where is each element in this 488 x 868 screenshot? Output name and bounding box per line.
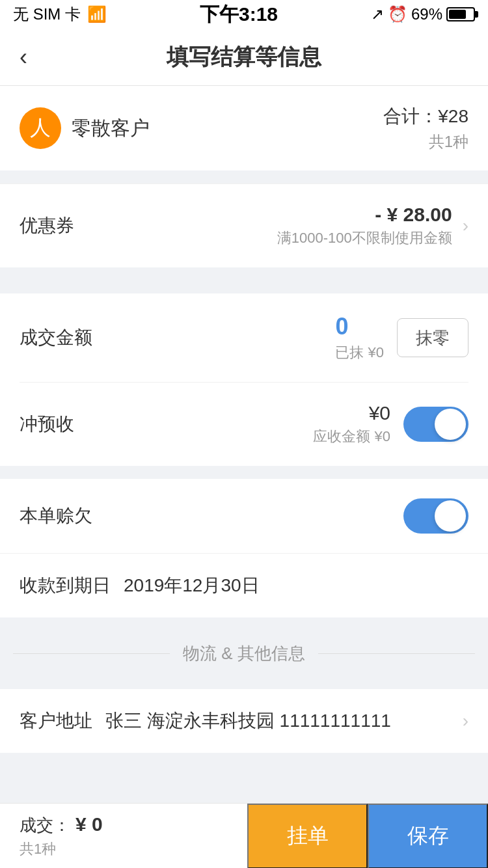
due-date-label: 收款到期日 xyxy=(20,573,111,598)
coupon-chevron-icon: › xyxy=(463,215,468,236)
section-divider-4 xyxy=(0,676,488,689)
round-zero-button[interactable]: 抹零 xyxy=(397,318,468,357)
address-chevron-icon: › xyxy=(463,711,468,731)
coupon-amount: - ¥ 28.00 xyxy=(277,204,452,226)
nav-bar: ‹ 填写结算等信息 xyxy=(0,29,488,86)
due-date-row: 收款到期日 2019年12月30日 xyxy=(0,553,488,617)
avatar-icon: 人 xyxy=(30,114,51,142)
credit-row: 本单赊欠 xyxy=(0,479,488,553)
wifi-signal-icon: 📶 xyxy=(87,5,107,23)
customer-row: 人 零散客户 合计：¥28 共1种 xyxy=(0,86,488,170)
bottom-padding xyxy=(0,753,488,779)
credit-section: 本单赊欠 收款到期日 2019年12月30日 xyxy=(0,479,488,617)
coupon-row[interactable]: 优惠券 - ¥ 28.00 满1000-100不限制使用金额 › xyxy=(0,183,488,267)
bottom-summary: 成交： ¥ 0 共1种 xyxy=(0,813,247,859)
section-divider-1 xyxy=(0,280,488,293)
battery-percent: 69% xyxy=(411,5,442,23)
coupon-card[interactable]: 优惠券 - ¥ 28.00 满1000-100不限制使用金额 › xyxy=(0,183,488,267)
content-area: 人 零散客户 合计：¥28 共1种 优惠券 - ¥ 28.00 满1000-10… xyxy=(0,86,488,857)
carrier-text: 无 SIM 卡 xyxy=(13,4,81,25)
save-button[interactable]: 保存 xyxy=(368,804,488,869)
address-row[interactable]: 客户地址 张三 海淀永丰科技园 11111111111 › xyxy=(0,689,488,753)
status-right: ↗ ⏰ 69% xyxy=(371,5,475,23)
customer-left: 人 零散客户 xyxy=(20,107,150,149)
transaction-amount: 0 xyxy=(335,313,384,340)
status-time: 下午3:18 xyxy=(200,1,278,28)
address-value: 张三 海淀永丰科技园 11111111111 xyxy=(105,709,463,733)
customer-avatar: 人 xyxy=(20,107,61,149)
customer-name: 零散客户 xyxy=(72,115,150,142)
transaction-amount-area: 0 已抹 ¥0 抹零 xyxy=(335,313,468,362)
customer-count: 共1种 xyxy=(383,131,468,152)
section-divider-2 xyxy=(0,466,488,479)
customer-right: 合计：¥28 共1种 xyxy=(383,104,468,152)
coupon-right-text: - ¥ 28.00 满1000-100不限制使用金额 xyxy=(277,204,452,248)
logistics-label: 物流 & 其他信息 xyxy=(183,642,305,665)
toggle-knob xyxy=(435,409,466,440)
page-title: 填写结算等信息 xyxy=(167,42,321,72)
transaction-value-area: 0 已抹 ¥0 xyxy=(335,313,384,362)
address-label: 客户地址 xyxy=(20,709,92,733)
hold-button[interactable]: 挂单 xyxy=(247,804,368,869)
section-divider-3 xyxy=(0,617,488,631)
back-button[interactable]: ‹ xyxy=(20,44,27,71)
coupon-right: - ¥ 28.00 满1000-100不限制使用金额 › xyxy=(277,204,468,248)
due-date-value: 2019年12月30日 xyxy=(124,573,260,598)
pre-receive-label: 冲预收 xyxy=(20,412,74,437)
bottom-deal-row: 成交： ¥ 0 xyxy=(20,813,228,837)
location-icon: ↗ xyxy=(371,5,384,23)
status-left: 无 SIM 卡 📶 xyxy=(13,4,107,25)
credit-label: 本单赊欠 xyxy=(20,504,92,528)
transaction-row: 成交金额 0 已抹 ¥0 抹零 xyxy=(20,293,468,383)
bottom-deal-label: 成交： xyxy=(20,814,70,837)
pre-receive-right: ¥0 应收金额 ¥0 xyxy=(313,402,468,446)
bottom-bar: 成交： ¥ 0 共1种 挂单 保存 xyxy=(0,803,488,868)
customer-card: 人 零散客户 合计：¥28 共1种 xyxy=(0,86,488,170)
pre-receive-amounts: ¥0 应收金额 ¥0 xyxy=(313,402,390,446)
coupon-label: 优惠券 xyxy=(20,213,74,238)
transaction-label: 成交金额 xyxy=(20,325,92,350)
bottom-count: 共1种 xyxy=(20,839,228,859)
customer-total: 合计：¥28 xyxy=(383,104,468,129)
alarm-icon: ⏰ xyxy=(388,5,407,23)
logistics-separator: 物流 & 其他信息 xyxy=(0,631,488,676)
credit-toggle[interactable] xyxy=(403,498,468,534)
pre-receive-row: 冲预收 ¥0 应收金额 ¥0 xyxy=(20,383,468,466)
transaction-section: 成交金额 0 已抹 ¥0 抹零 冲预收 ¥0 应收金额 ¥0 xyxy=(0,293,488,466)
credit-toggle-knob xyxy=(435,500,466,532)
pre-receive-main: ¥0 xyxy=(313,402,390,424)
coupon-desc: 满1000-100不限制使用金额 xyxy=(277,228,452,248)
status-bar: 无 SIM 卡 📶 下午3:18 ↗ ⏰ 69% xyxy=(0,0,488,29)
transaction-sub: 已抹 ¥0 xyxy=(335,343,384,362)
battery-icon xyxy=(446,7,475,21)
bottom-deal-amount: ¥ 0 xyxy=(75,813,103,835)
pre-receive-sub: 应收金额 ¥0 xyxy=(313,427,390,446)
pre-receive-toggle[interactable] xyxy=(403,407,468,442)
